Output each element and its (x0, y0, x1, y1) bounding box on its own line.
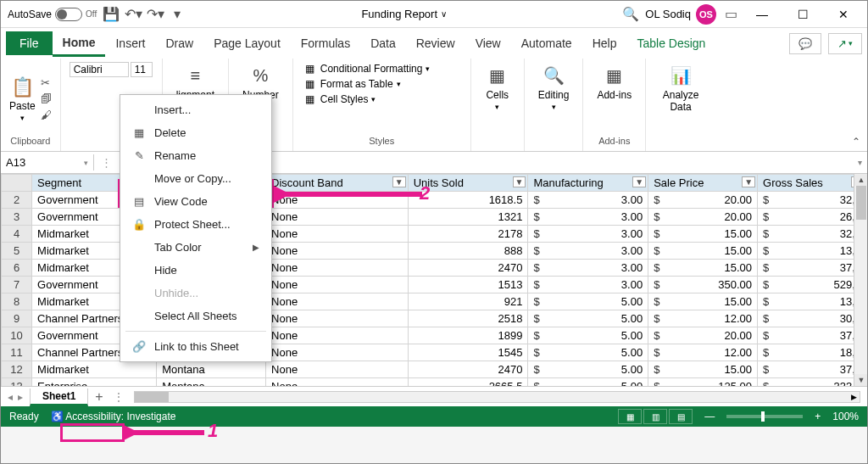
cell[interactable]: 5.00 (528, 310, 648, 327)
menu-move-or-copy[interactable]: Move or Copy... (120, 167, 271, 190)
menu-hide[interactable]: Hide (120, 259, 271, 282)
font-name-select[interactable] (70, 62, 129, 77)
cell[interactable]: None (266, 361, 409, 378)
menu-view-code[interactable]: ▤View Code (120, 190, 271, 213)
filter-dropdown-icon[interactable]: ▼ (392, 176, 406, 187)
cell[interactable]: 32,3 (758, 192, 867, 209)
menu-tab-color[interactable]: Tab Color▶ (120, 236, 271, 259)
cell[interactable]: 15.00 (648, 243, 758, 260)
cell[interactable]: 333,1 (758, 378, 867, 387)
zoom-level[interactable]: 100% (832, 411, 859, 422)
menu-delete[interactable]: ▦Delete (120, 121, 271, 144)
name-box[interactable]: A13▾ (1, 154, 94, 171)
cell[interactable]: 26,4 (758, 209, 867, 226)
cell-styles-button[interactable]: ▦Cell Styles▾ (302, 92, 462, 106)
comments-button[interactable]: 💬 (789, 33, 821, 54)
cell[interactable]: 921 (408, 293, 528, 310)
table-row[interactable]: 12MidmarketMontanaNone24705.0015.0037,0 (2, 361, 867, 378)
row-header[interactable]: 11 (2, 344, 32, 361)
font-size-select[interactable] (131, 62, 153, 77)
cell[interactable]: 15.00 (648, 361, 758, 378)
menu-select-all-sheets[interactable]: Select All Sheets (120, 305, 271, 327)
cell[interactable]: 125.00 (648, 378, 758, 387)
zoom-out-button[interactable]: — (704, 411, 715, 422)
cell[interactable]: 20.00 (648, 327, 758, 344)
search-icon[interactable]: 🔍 (623, 7, 638, 22)
cell[interactable]: 3.00 (528, 192, 648, 209)
tab-nav-next-icon[interactable]: ▸ (18, 391, 23, 403)
cell[interactable]: None (266, 260, 409, 277)
cell[interactable]: 32,6 (758, 226, 867, 243)
menu-insert[interactable]: Insert... (120, 98, 271, 121)
paste-button[interactable]: 📋 Paste ▾ (9, 76, 36, 122)
tab-review[interactable]: Review (406, 31, 465, 55)
tab-insert[interactable]: Insert (105, 31, 155, 55)
cell[interactable]: 2665.5 (408, 378, 528, 387)
tab-data[interactable]: Data (360, 31, 406, 55)
filter-dropdown-icon[interactable]: ▼ (632, 176, 646, 187)
cell[interactable]: 529,5 (758, 277, 867, 293)
cell[interactable]: None (266, 226, 409, 243)
qat-dropdown-icon[interactable]: ▾ (170, 7, 185, 22)
cell[interactable]: 15.00 (648, 226, 758, 243)
menu-link-to-sheet[interactable]: 🔗Link to this Sheet (120, 335, 271, 358)
maximize-button[interactable]: ☐ (786, 2, 820, 27)
cell[interactable]: None (266, 310, 409, 327)
redo-icon[interactable]: ↷▾ (147, 7, 163, 22)
row-header[interactable]: 8 (2, 293, 32, 310)
cell[interactable]: 20.00 (648, 209, 758, 226)
tab-nav-prev-icon[interactable]: ◂ (8, 391, 13, 403)
cell[interactable]: 2518 (408, 310, 528, 327)
cell[interactable]: 5.00 (528, 293, 648, 310)
cell[interactable]: 2470 (408, 361, 528, 378)
filter-dropdown-icon[interactable]: ▼ (742, 176, 755, 187)
cell[interactable]: 15.00 (648, 260, 758, 277)
cell[interactable]: 13,8 (758, 293, 867, 310)
cell[interactable]: 3.00 (528, 243, 648, 260)
cut-icon[interactable]: ✂ (41, 76, 52, 89)
formula-expand-icon[interactable]: ▾ (853, 158, 867, 167)
document-title[interactable]: Funding Report∨ (192, 8, 616, 20)
collapse-ribbon-icon[interactable]: ⌃ (852, 136, 860, 148)
share-button[interactable]: ↗ ▾ (828, 33, 862, 54)
scroll-down-icon[interactable]: ▼ (854, 374, 867, 386)
undo-icon[interactable]: ↶▾ (125, 7, 141, 22)
cell[interactable]: 30,2 (758, 310, 867, 327)
conditional-formatting-button[interactable]: ▦Conditional Formatting▾ (302, 62, 462, 75)
table-row[interactable]: 13EnterpriseMontanaNone2665.55.00125.003… (2, 378, 867, 387)
file-tab[interactable]: File (6, 31, 53, 55)
view-page-layout-button[interactable]: ▥ (643, 409, 667, 424)
row-header[interactable]: 10 (2, 327, 32, 344)
cell[interactable]: 5.00 (528, 344, 648, 361)
cell[interactable]: Enterprise (32, 378, 157, 387)
column-header[interactable]: Sale Price▼ (648, 175, 758, 192)
tab-page-layout[interactable]: Page Layout (203, 31, 291, 55)
cell[interactable]: Montana (157, 378, 266, 387)
close-button[interactable]: ✕ (826, 2, 860, 27)
cell[interactable]: Montana (157, 361, 266, 378)
cell[interactable]: 15.00 (648, 293, 758, 310)
cell[interactable]: 18,5 (758, 344, 867, 361)
cell[interactable]: 12.00 (648, 344, 758, 361)
addins-button[interactable]: ▦ Add-ins (592, 62, 637, 103)
column-header[interactable]: Manufacturing▼ (528, 175, 648, 192)
copy-icon[interactable]: 🗐 (41, 92, 52, 105)
cell[interactable]: 37,9 (758, 327, 867, 344)
format-painter-icon[interactable]: 🖌 (41, 109, 52, 121)
row-header[interactable]: 5 (2, 243, 32, 260)
cell[interactable]: Midmarket (32, 361, 157, 378)
cell[interactable]: None (266, 344, 409, 361)
column-header[interactable]: Gross Sales▼ (758, 175, 867, 192)
filter-dropdown-icon[interactable]: ▼ (513, 176, 526, 187)
menu-protect-sheet[interactable]: 🔒Protect Sheet... (120, 213, 271, 236)
row-header[interactable]: 6 (2, 260, 32, 277)
zoom-slider[interactable] (726, 415, 803, 418)
cell[interactable]: None (266, 277, 409, 293)
cell[interactable]: 3.00 (528, 277, 648, 293)
cell[interactable]: 37,0 (758, 260, 867, 277)
cell[interactable]: 888 (408, 243, 528, 260)
row-header[interactable]: 9 (2, 310, 32, 327)
cell[interactable]: 1513 (408, 277, 528, 293)
cell[interactable]: 350.00 (648, 277, 758, 293)
cell[interactable]: 2178 (408, 226, 528, 243)
